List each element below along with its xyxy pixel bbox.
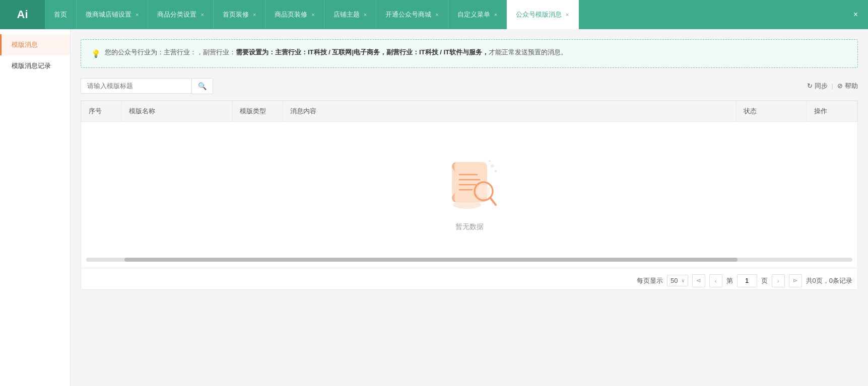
tab-product-decor-close[interactable]: × (311, 12, 314, 18)
per-page-select[interactable]: 50 ∨ (667, 275, 688, 286)
tab-wechat-shop-close[interactable]: × (136, 12, 139, 18)
sidebar-item-template-message[interactable]: 模版消息 (0, 34, 70, 55)
empty-icon (439, 152, 500, 212)
svg-point-6 (477, 185, 490, 198)
tab-homepage-decor[interactable]: 首页装修 × (214, 0, 265, 29)
page-label-text: 第 (726, 276, 733, 285)
tab-home-label: 首页 (54, 10, 67, 19)
tab-homepage-decor-label: 首页装修 (223, 10, 249, 19)
data-table: 序号 模版名称 模版类型 消息内容 状态 操作 (81, 101, 857, 252)
prev-page-icon: ‹ (715, 278, 717, 284)
svg-line-7 (490, 198, 496, 205)
empty-state: 暂无数据 (82, 122, 857, 252)
tab-shop-theme-label: 店铺主题 (333, 10, 360, 19)
horizontal-scroll-area[interactable] (81, 252, 857, 268)
per-page-label: 每页显示 (637, 276, 663, 285)
notice-icon: 💡 (91, 47, 101, 60)
tab-template-msg-close[interactable]: × (566, 12, 569, 18)
last-page-button[interactable]: ⊳ (789, 274, 802, 287)
tab-open-mall[interactable]: 开通公众号商城 × (376, 0, 448, 29)
help-icon: ⊘ (837, 82, 843, 90)
toolbar-right: ↻ 同步 | ⊘ 帮助 (807, 82, 858, 91)
tab-shop-theme-close[interactable]: × (364, 12, 367, 18)
tab-product-decor-label: 商品页装修 (275, 10, 307, 19)
tab-shop-theme[interactable]: 店铺主题 × (324, 0, 376, 29)
top-nav: Ai 首页 微商城店铺设置 × 商品分类设置 × 首页装修 × 商品页装修 × … (0, 0, 868, 29)
tab-open-mall-label: 开通公众号商城 (385, 10, 431, 19)
next-page-icon: › (777, 278, 779, 284)
per-page-value: 50 (671, 277, 678, 284)
search-area: 🔍 (81, 78, 213, 94)
help-button[interactable]: ⊘ 帮助 (837, 82, 858, 91)
tab-product-category-label: 商品分类设置 (157, 10, 196, 19)
tab-wechat-shop-label: 微商城店铺设置 (86, 10, 131, 19)
last-page-icon: ⊳ (793, 277, 797, 284)
tab-wechat-shop[interactable]: 微商城店铺设置 × (77, 0, 148, 29)
next-page-button[interactable]: › (772, 274, 785, 287)
pagination: 每页显示 50 ∨ ⊲ ‹ 第 页 › ⊳ (81, 268, 857, 289)
search-icon: 🔍 (198, 82, 207, 90)
first-page-icon: ⊲ (696, 277, 701, 284)
col-header-name: 模版名称 (122, 101, 233, 121)
svg-point-9 (495, 170, 497, 172)
page-unit: 页 (761, 276, 768, 285)
col-header-action: 操作 (807, 101, 857, 121)
col-header-index: 序号 (82, 101, 122, 121)
col-header-content: 消息内容 (283, 101, 737, 121)
tab-open-mall-close[interactable]: × (435, 12, 438, 18)
svg-point-8 (491, 165, 494, 168)
scrollbar-thumb[interactable] (124, 258, 738, 262)
per-page-chevron-icon: ∨ (681, 278, 685, 283)
tab-template-msg[interactable]: 公众号模版消息 × (507, 0, 578, 29)
main-layout: 模版消息 模版消息记录 💡 您的公众号行业为：主营行业：，副营行业：需要设置为：… (0, 29, 868, 386)
tab-homepage-decor-close[interactable]: × (253, 12, 256, 18)
search-input[interactable] (81, 78, 191, 94)
tab-custom-menu-label: 自定义菜单 (457, 10, 490, 19)
global-close-button[interactable]: × (843, 10, 868, 19)
sync-icon: ↻ (807, 82, 813, 90)
scrollbar-track[interactable] (86, 258, 852, 262)
empty-text: 暂无数据 (92, 222, 847, 231)
table-header-row: 序号 模版名称 模版类型 消息内容 状态 操作 (82, 101, 857, 121)
notice-text: 您的公众号行业为：主营行业：，副营行业：需要设置为：主营行业：IT科技 / 互联… (105, 47, 567, 58)
sidebar: 模版消息 模版消息记录 (0, 29, 71, 386)
sidebar-item-template-message-log[interactable]: 模版消息记录 (0, 55, 70, 76)
tab-template-msg-label: 公众号模版消息 (516, 10, 562, 19)
toolbar-divider: | (832, 82, 833, 90)
svg-point-10 (489, 160, 491, 162)
total-info: 共0页，0条记录 (806, 276, 852, 285)
prev-page-button[interactable]: ‹ (709, 274, 722, 287)
col-header-type: 模版类型 (233, 101, 283, 121)
tab-product-decor[interactable]: 商品页装修 × (265, 0, 324, 29)
data-table-wrapper: 序号 模版名称 模版类型 消息内容 状态 操作 (81, 100, 858, 290)
tab-product-category-close[interactable]: × (201, 12, 204, 18)
toolbar: 🔍 ↻ 同步 | ⊘ 帮助 (81, 78, 858, 94)
notice-box: 💡 您的公众号行业为：主营行业：，副营行业：需要设置为：主营行业：IT科技 / … (81, 39, 858, 68)
sync-button[interactable]: ↻ 同步 (807, 82, 828, 91)
tab-product-category[interactable]: 商品分类设置 × (148, 0, 213, 29)
tab-custom-menu-close[interactable]: × (494, 12, 497, 18)
tab-home[interactable]: 首页 (45, 0, 77, 29)
search-button[interactable]: 🔍 (191, 78, 213, 94)
empty-state-row: 暂无数据 (82, 121, 857, 252)
content-area: 💡 您的公众号行业为：主营行业：，副营行业：需要设置为：主营行业：IT科技 / … (71, 29, 868, 386)
first-page-button[interactable]: ⊲ (692, 274, 705, 287)
current-page-input[interactable] (737, 274, 757, 287)
tab-custom-menu[interactable]: 自定义菜单 × (448, 0, 507, 29)
tab-bar: 首页 微商城店铺设置 × 商品分类设置 × 首页装修 × 商品页装修 × 店铺主… (45, 0, 843, 29)
col-header-status: 状态 (737, 101, 807, 121)
logo: Ai (0, 0, 45, 29)
